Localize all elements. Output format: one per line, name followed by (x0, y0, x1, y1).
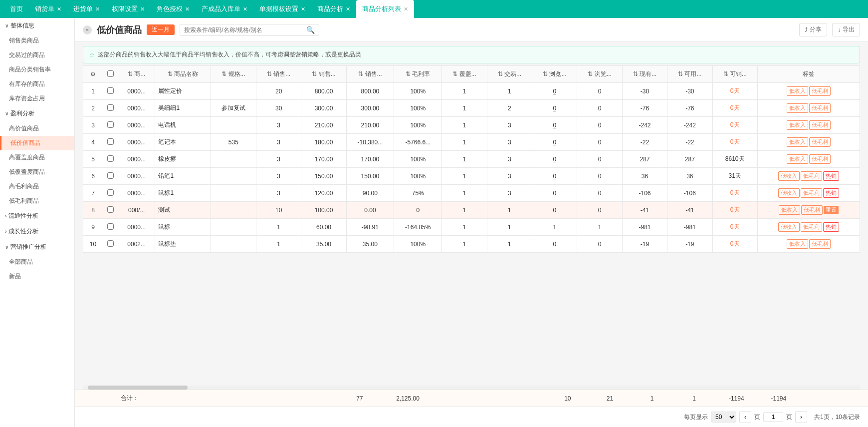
row-browse2: 0 (577, 117, 622, 134)
per-page-select[interactable]: 50 100 200 (711, 412, 736, 423)
col-header-sales1[interactable]: ⇅ 销售... (301, 66, 346, 83)
row-tags: 低收入低毛利 (757, 100, 860, 117)
col-header-name[interactable]: ⇅ 商品名称 (155, 66, 211, 83)
sidebar-item-low-coverage[interactable]: 低覆盖度商品 (0, 165, 74, 179)
row-cover: 1 (442, 100, 487, 117)
row-name: 属性定价 (155, 83, 211, 100)
footer-qty: 77 (342, 395, 378, 402)
col-header-sellable[interactable]: ⇅ 可销... (712, 66, 757, 83)
nav-item-product[interactable]: 产成品入库单 ✕ (196, 0, 253, 18)
row-qty: 10 (256, 202, 301, 219)
row-sellable: 0天 (712, 83, 757, 100)
col-header-trade[interactable]: ⇅ 交易... (487, 66, 532, 83)
sidebar-item-high-coverage[interactable]: 高覆盖度商品 (0, 150, 74, 165)
footer-browse2: 1 (673, 395, 715, 402)
row-check[interactable] (103, 151, 118, 168)
row-qty: 1 (256, 236, 301, 253)
sidebar-item-low-value[interactable]: 低价值商品 (0, 136, 74, 150)
row-sales2: 210.00 (346, 117, 394, 134)
row-browse1[interactable]: 0 (532, 134, 577, 151)
col-header-gross[interactable]: ⇅ 毛利率 (394, 66, 442, 83)
row-qty: 3 (256, 117, 301, 134)
nav-item-sales[interactable]: 销货单 ✕ (29, 0, 67, 18)
col-header-browse2[interactable]: ⇅ 浏览... (577, 66, 622, 83)
col-header-qty[interactable]: ⇅ 销售... (256, 66, 301, 83)
row-check[interactable] (103, 202, 118, 219)
row-browse1[interactable]: 0 (532, 151, 577, 168)
row-check[interactable] (103, 117, 118, 134)
nav-item-purchase[interactable]: 进货单 ✕ (67, 0, 106, 18)
sidebar-item-high-margin[interactable]: 高毛利商品 (0, 179, 74, 194)
row-sellable: 0天 (712, 219, 757, 236)
sidebar-item-category-sales[interactable]: 商品分类销售率 (0, 62, 74, 77)
row-sales1: 210.00 (301, 117, 346, 134)
sidebar-item-capital[interactable]: 库存资金占用 (0, 91, 74, 106)
row-code: 0000... (118, 185, 155, 202)
export-button[interactable]: ↓ 导出 (832, 23, 860, 36)
sidebar-group-profit-title[interactable]: ∨盈利分析 (0, 106, 74, 121)
sidebar-group-marketing-title[interactable]: ∨营销推广分析 (0, 239, 74, 255)
prev-page-button[interactable]: ‹ (739, 411, 751, 423)
col-header-browse1[interactable]: ⇅ 浏览... (532, 66, 577, 83)
sidebar-item-traded-goods[interactable]: 交易过的商品 (0, 48, 74, 62)
nav-item-template[interactable]: 单据模板设置 ✕ (253, 0, 311, 18)
row-browse1[interactable]: 0 (532, 185, 577, 202)
sidebar-item-low-margin[interactable]: 低毛利商品 (0, 194, 74, 208)
footer-cover: 10 (547, 395, 589, 402)
share-button[interactable]: ⤴ 分享 (799, 23, 827, 36)
share-icon: ⤴ (805, 26, 808, 33)
next-page-button[interactable]: › (795, 411, 807, 423)
col-header-usable[interactable]: ⇅ 可用... (667, 66, 712, 83)
sidebar-item-new-goods[interactable]: 新品 (0, 269, 74, 284)
page-number-input[interactable] (763, 412, 783, 422)
settings-icon[interactable]: ⚙ (90, 71, 96, 78)
row-check[interactable] (103, 168, 118, 185)
sidebar-group-circulation-title[interactable]: ›流通性分析 (0, 208, 74, 224)
col-header-sales2[interactable]: ⇅ 销售... (346, 66, 394, 83)
row-browse1[interactable]: 1 (532, 219, 577, 236)
sidebar-item-sales-goods[interactable]: 销售类商品 (0, 33, 74, 48)
row-browse1[interactable]: 0 (532, 202, 577, 219)
row-check[interactable] (103, 236, 118, 253)
row-check[interactable] (103, 100, 118, 117)
nav-item-analysis[interactable]: 商品分析 ✕ (311, 0, 356, 18)
sidebar-collapse-btn[interactable]: « (83, 25, 92, 34)
row-check[interactable] (103, 83, 118, 100)
row-gross: 0 (394, 202, 442, 219)
row-check[interactable] (103, 134, 118, 151)
nav-item-analysis-list[interactable]: 商品分析列表 ✕ (356, 0, 414, 18)
nav-item-permission[interactable]: 权限设置 ✕ (106, 0, 151, 18)
search-icon[interactable]: 🔍 (306, 26, 315, 34)
row-check[interactable] (103, 185, 118, 202)
row-browse2: 1 (577, 219, 622, 236)
row-code: 0000... (118, 219, 155, 236)
col-header-stock[interactable]: ⇅ 现有... (622, 66, 667, 83)
sidebar-item-high-value[interactable]: 高价值商品 (0, 121, 74, 136)
sidebar-group-growth-title[interactable]: ›成长性分析 (0, 224, 74, 239)
row-browse1[interactable]: 0 (532, 83, 577, 100)
row-usable: -41 (667, 202, 712, 219)
row-browse1[interactable]: 0 (532, 100, 577, 117)
row-stock: -981 (622, 219, 667, 236)
row-browse1[interactable]: 0 (532, 117, 577, 134)
col-header-code[interactable]: ⇅ 商... (118, 66, 155, 83)
date-badge[interactable]: 近一月 (147, 24, 175, 35)
row-stock: -106 (622, 185, 667, 202)
col-header-cover[interactable]: ⇅ 覆盖... (442, 66, 487, 83)
nav-item-role[interactable]: 角色授权 ✕ (151, 0, 196, 18)
row-usable: -106 (667, 185, 712, 202)
select-all-checkbox[interactable] (107, 70, 114, 77)
nav-item-home[interactable]: 首页 (4, 0, 29, 18)
row-browse1[interactable]: 0 (532, 236, 577, 253)
row-stock: -76 (622, 100, 667, 117)
row-browse1[interactable]: 0 (532, 168, 577, 185)
row-check[interactable] (103, 219, 118, 236)
search-input[interactable] (184, 26, 304, 33)
row-sellable: 0天 (712, 236, 757, 253)
row-trade: 1 (487, 83, 532, 100)
table-row: 2 0000... 吴细细1 参加复试 30 300.00 300.00 100… (83, 100, 860, 117)
col-header-spec[interactable]: ⇅ 规格... (211, 66, 256, 83)
sidebar-group-overall-title[interactable]: ∨整体信息 (0, 18, 74, 33)
sidebar-item-inventory-goods[interactable]: 有库存的商品 (0, 77, 74, 91)
sidebar-item-all-goods[interactable]: 全部商品 (0, 255, 74, 269)
